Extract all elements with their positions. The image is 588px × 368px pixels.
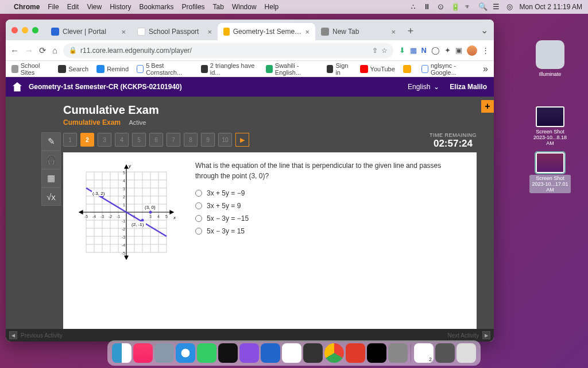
answer-option[interactable]: 5x − 3y = 15 — [195, 227, 465, 235]
close-icon[interactable]: × — [305, 28, 310, 36]
dock-app[interactable] — [346, 343, 365, 363]
bookmark[interactable] — [403, 65, 413, 73]
window-controls[interactable] — [11, 27, 38, 33]
dock-app-tv[interactable] — [218, 343, 238, 363]
tabs-chevron-icon[interactable]: ⌄ — [481, 25, 488, 36]
menubar-help[interactable]: Help — [265, 3, 279, 11]
dock-app-photos[interactable] — [282, 343, 301, 363]
add-tab-button[interactable]: + — [481, 100, 494, 113]
bookmark[interactable]: nglsync - Google... — [421, 62, 475, 76]
prev-activity-button[interactable]: ◀ — [9, 331, 17, 339]
highlighter-tool[interactable]: ✎ — [41, 132, 61, 151]
dock-app-podcasts[interactable] — [239, 343, 259, 363]
home-button[interactable]: ⌂ — [52, 45, 57, 55]
bookmarks-overflow[interactable]: » — [483, 64, 488, 74]
bookmark[interactable]: Search — [58, 65, 88, 73]
formula-tool[interactable]: √x — [41, 187, 61, 206]
menubar-app[interactable]: Chrome — [14, 3, 40, 11]
answer-option[interactable]: 3x + 5y = 9 — [195, 202, 465, 210]
dock-trash[interactable] — [457, 343, 476, 363]
close-icon[interactable]: × — [391, 28, 396, 36]
dock-app[interactable] — [261, 343, 280, 363]
reload-button[interactable]: ⟳ — [39, 45, 47, 56]
menubar-bookmarks[interactable]: Bookmarks — [140, 3, 174, 11]
question-number[interactable]: 2 — [80, 133, 94, 147]
question-number[interactable]: 10 — [218, 133, 232, 147]
answer-option[interactable]: 5x − 3y = −15 — [195, 214, 465, 223]
dock-app-finder[interactable] — [112, 343, 131, 363]
dock-app-launchpad[interactable] — [154, 343, 174, 363]
dock-app[interactable] — [367, 343, 386, 363]
extension-icon[interactable]: ▦ — [410, 46, 417, 55]
calculator-tool[interactable]: ▦ — [41, 169, 61, 187]
radio-input[interactable] — [195, 228, 202, 235]
next-question-arrow[interactable]: ▶ — [235, 133, 249, 147]
battery-icon[interactable]: 🔋 — [451, 3, 459, 11]
question-number[interactable]: 8 — [184, 133, 198, 147]
bookmark[interactable]: Sign in — [327, 62, 352, 76]
dock-app-music[interactable] — [133, 343, 153, 363]
menubar-history[interactable]: History — [110, 3, 131, 11]
new-tab-button[interactable]: + — [404, 25, 417, 37]
desktop-app-illuminate[interactable]: Illuminate — [529, 40, 571, 77]
status-icon[interactable]: ⏸ — [423, 3, 431, 11]
extension-icon[interactable]: ◯ — [431, 46, 440, 55]
question-number[interactable]: 7 — [167, 133, 180, 147]
bookmark[interactable]: 5 Best Cornstarch... — [137, 62, 193, 76]
menubar-file[interactable]: File — [48, 3, 59, 11]
language-select[interactable]: English⌄ — [408, 83, 439, 91]
tab-new[interactable]: New Tab× — [315, 23, 401, 40]
question-number[interactable]: 4 — [115, 133, 129, 147]
audio-tool[interactable]: 🎧 — [41, 151, 61, 169]
question-number[interactable]: 1 — [63, 133, 77, 147]
share-icon[interactable]: ⇧ — [372, 47, 378, 55]
extensions-button[interactable]: ✦ — [444, 46, 451, 55]
tab-geometry[interactable]: Geometry-1st Semester-CR (× — [218, 23, 315, 40]
back-button[interactable]: ← — [10, 45, 19, 55]
dock-downloads[interactable]: 2 — [414, 343, 434, 363]
record-icon[interactable]: ⊙ — [437, 3, 445, 11]
url-bar[interactable]: 🔒 r11.core.learn.edgenuity.com/player/ ⇧… — [63, 43, 393, 58]
menubar-tab[interactable]: Tab — [213, 3, 224, 11]
control-center-icon[interactable]: ☰ — [492, 3, 500, 11]
bookmark[interactable]: YouTube — [360, 65, 395, 73]
menubar-window[interactable]: Window — [232, 3, 257, 11]
bookmark[interactable]: School Sites — [11, 62, 50, 76]
next-activity-button[interactable]: ▶ — [482, 331, 490, 339]
chrome-menu-button[interactable]: ⋮ — [482, 46, 489, 55]
close-icon[interactable]: × — [121, 28, 126, 36]
radio-input[interactable] — [195, 202, 202, 209]
desktop-screenshot-1[interactable]: Screen Shot 2023-10...8.18 AM — [529, 106, 571, 146]
bookmark[interactable]: Swahili - English... — [266, 62, 319, 76]
dock-app[interactable] — [435, 343, 455, 363]
tab-passport[interactable]: School Passport× — [131, 23, 218, 40]
bookmark[interactable]: 2 triangles have id... — [201, 62, 258, 76]
extension-icon[interactable]: ⬇ — [399, 46, 405, 55]
forward-button[interactable]: → — [25, 45, 33, 55]
question-number[interactable]: 5 — [132, 133, 146, 147]
menubar-profiles[interactable]: Profiles — [182, 3, 205, 11]
status-icon[interactable]: ◎ — [506, 3, 514, 11]
bookmark[interactable]: Remind — [96, 65, 129, 73]
dock-app-chrome[interactable] — [324, 343, 344, 363]
dock-app-safari[interactable] — [176, 343, 195, 363]
tab-clever[interactable]: Clever | Portal× — [45, 23, 131, 40]
clock[interactable]: Mon Oct 2 11:19 AM — [520, 3, 582, 11]
close-icon[interactable]: × — [207, 28, 212, 36]
dock-app-screenshot[interactable] — [303, 343, 323, 363]
question-number[interactable]: 3 — [98, 133, 111, 147]
answer-option[interactable]: 3x + 5y = −9 — [195, 189, 465, 197]
home-icon[interactable] — [13, 82, 22, 91]
radio-input[interactable] — [195, 190, 202, 197]
spotlight-icon[interactable]: 🔍 — [478, 3, 486, 11]
radio-input[interactable] — [195, 215, 202, 222]
dock-app-messages[interactable] — [197, 343, 216, 363]
sidepanel-icon[interactable]: ▣ — [455, 46, 462, 55]
status-icon[interactable]: ⛬ — [409, 3, 417, 11]
extension-icon[interactable]: N — [421, 46, 427, 55]
menubar-view[interactable]: View — [87, 3, 102, 11]
question-number[interactable]: 9 — [201, 133, 215, 147]
profile-avatar[interactable] — [467, 45, 477, 56]
question-number[interactable]: 6 — [149, 133, 163, 147]
dock-app-settings[interactable] — [388, 343, 408, 363]
